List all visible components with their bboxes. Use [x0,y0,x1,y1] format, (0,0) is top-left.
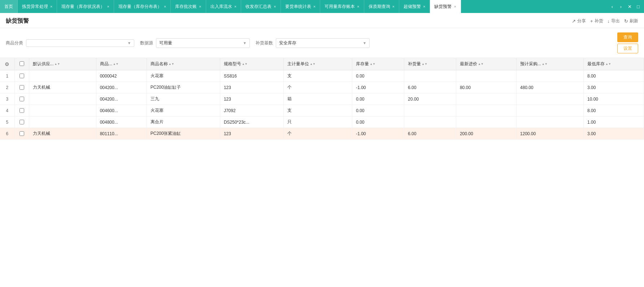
tab-req-stat-close[interactable]: × [313,4,316,9]
select-all-checkbox[interactable] [19,61,24,66]
restock-basis-filter-group: 补货基数 安全库存 ▼ [256,38,370,48]
restock-qty-sort-icon: ▲▼ [422,63,427,66]
cell-unit: 只 [284,116,352,128]
restock-qty-sort[interactable]: 补货量 ▲▼ [408,61,427,67]
spec-model-sort[interactable]: 规格型号 ▲▼ [224,61,248,67]
settings-button[interactable]: 设置 [617,44,638,53]
cell-product-name: 火花塞 [147,70,220,82]
tab-in-out-flow-label: 出入库流水 [210,4,232,10]
tab-inventory-dist-close[interactable]: × [164,4,166,9]
tab-abnormal-close[interactable]: × [50,4,52,9]
tab-in-out-flow[interactable]: 出入库流水 × [206,0,241,13]
cell-checkbox[interactable] [14,93,29,105]
data-table: ⚙ 默认供应... ▲▼ 商品... ▲▼ [0,58,644,140]
latest-price-sort[interactable]: 最新进价 ▲▼ [460,61,484,67]
tab-overstock-warning-close[interactable]: × [423,4,425,9]
th-product-name: 商品名称 ▲▼ [147,58,220,70]
cell-default-supplier [29,93,96,105]
row-checkbox[interactable] [19,108,24,113]
page-header: 缺货预警 ↗ 分享 + 补货 ↓ 导出 ↻ 刷新 [0,13,644,28]
tab-batch-account-close[interactable]: × [199,4,201,9]
category-select[interactable]: ▼ [26,39,134,47]
query-button[interactable]: 查询 [617,32,638,42]
datasource-label: 数据源 [140,40,153,46]
cell-checkbox[interactable] [14,128,29,140]
tab-expiry-query-close[interactable]: × [392,4,395,9]
th-restock-qty: 补货量 ▲▼ [404,58,456,70]
cell-latest-price [456,116,516,128]
row-checkbox[interactable] [19,74,24,78]
cell-est-purchase: 1200.00 [516,128,583,140]
cell-unit: 支 [284,70,352,82]
product-code-sort[interactable]: 商品... ▲▼ [100,61,119,67]
latest-price-header: 最新进价 [460,61,477,67]
share-icon: ↗ [572,18,576,24]
row-checkbox[interactable] [19,131,24,136]
datasource-select[interactable]: 可用量 ▼ [156,38,250,48]
default-supplier-sort[interactable]: 默认供应... ▲▼ [33,61,60,67]
tab-in-out-flow-close[interactable]: × [234,4,236,9]
cell-checkbox[interactable] [14,105,29,116]
tab-available-ledger-close[interactable]: × [357,4,359,9]
tab-inventory-status-close[interactable]: × [107,4,109,9]
datasource-value: 可用量 [159,40,172,46]
export-label: 导出 [611,18,620,24]
cell-latest-price [456,70,516,82]
default-supplier-sort-icon: ▲▼ [55,63,60,66]
cell-restock-qty: 6.00 [404,128,456,140]
tab-inventory-status[interactable]: 现存量（库存状况表） × [57,0,114,13]
cell-default-supplier: 力天机械 [29,128,96,140]
tab-collect-summary-close[interactable]: × [274,4,276,9]
cell-min-inventory: 3.00 [583,82,644,93]
cell-unit: 支 [284,105,352,116]
cell-latest-price: 80.00 [456,82,516,93]
tab-inventory-dist[interactable]: 现存量（库存分布表） × [114,0,171,13]
cell-min-inventory: 1.00 [583,116,644,128]
th-min-inventory: 最低库存 ▲▼ [583,58,644,70]
cell-default-supplier [29,105,96,116]
tab-bar: 首页 拣货异常处理 × 现存量（库存状况表） × 现存量（库存分布表） × 库存… [0,0,644,13]
est-purchase-header: 预计采购... [520,61,541,67]
cell-latest-price: 200.00 [456,128,516,140]
tab-batch-account[interactable]: 库存批次账 × [171,0,206,13]
tab-abnormal[interactable]: 拣货异常处理 × [18,0,57,13]
cell-product-code: 004800... [96,116,147,128]
cell-restock-qty: 20.00 [404,93,456,105]
est-purchase-sort[interactable]: 预计采购... ▲▼ [520,61,548,67]
min-inventory-sort[interactable]: 最低库存 ▲▼ [587,61,611,67]
tab-shortage-warning-close[interactable]: × [454,4,456,9]
unit-sort[interactable]: 主计量单位 ▲▼ [287,61,316,67]
filter-bar: 商品分类 ▼ 数据源 可用量 ▼ 补货基数 安全库存 ▼ 查询 设置 [0,28,644,58]
tab-inventory-status-label: 现存量（库存状况表） [61,4,105,10]
restock-basis-select[interactable]: 安全库存 ▼ [276,38,370,48]
category-chevron-icon: ▼ [127,41,131,45]
tab-req-stat[interactable]: 要货单统计表 × [281,0,320,13]
tab-close-all[interactable]: ✕ [625,2,634,11]
cell-checkbox[interactable] [14,116,29,128]
tab-home[interactable]: 首页 [0,0,18,13]
row-checkbox[interactable] [19,85,24,90]
row-checkbox[interactable] [19,120,24,124]
tab-overstock-warning[interactable]: 超储预警 × [399,0,430,13]
cell-est-purchase [516,70,583,82]
share-button[interactable]: ↗ 分享 [572,18,586,24]
column-settings-icon[interactable]: ⚙ [5,61,9,67]
cell-checkbox[interactable] [14,70,29,82]
tab-available-ledger[interactable]: 可用量库存账本 × [320,0,364,13]
datasource-filter-group: 数据源 可用量 ▼ [140,38,250,48]
cell-restock-qty [404,70,456,82]
tab-shortage-warning[interactable]: 缺货预警 × [430,0,461,13]
refresh-button[interactable]: ↻ 刷新 [624,18,638,24]
tab-scroll-left[interactable]: ‹ [608,2,617,11]
export-button[interactable]: ↓ 导出 [608,18,620,24]
cell-checkbox[interactable] [14,82,29,93]
tab-scroll-right[interactable]: › [617,2,625,11]
row-checkbox[interactable] [19,97,24,101]
tab-maximize[interactable]: □ [634,2,643,11]
inventory-sort[interactable]: 库存量 ▲▼ [356,61,375,67]
restock-button[interactable]: + 补货 [590,18,603,24]
product-name-sort[interactable]: 商品名称 ▲▼ [151,61,174,67]
cell-inventory: -1.00 [352,82,404,93]
tab-collect-summary[interactable]: 收发存汇总表 × [241,0,280,13]
tab-expiry-query[interactable]: 保质期查询 × [364,0,399,13]
